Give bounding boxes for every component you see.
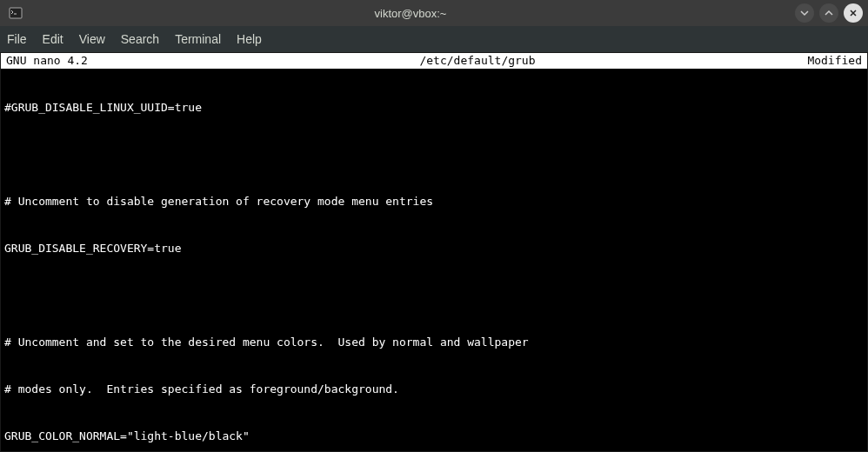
window-title: viktor@vbox:~	[26, 7, 795, 20]
file-content: #GRUB_DISABLE_LINUX_UUID=true # Uncommen…	[1, 69, 867, 452]
menu-terminal[interactable]: Terminal	[175, 32, 221, 46]
window-titlebar: viktor@vbox:~	[0, 0, 868, 26]
file-line	[4, 288, 864, 303]
menu-edit[interactable]: Edit	[43, 32, 63, 46]
nano-status: Modified	[775, 53, 862, 69]
menu-search[interactable]: Search	[121, 32, 159, 46]
terminal-output[interactable]: GNU nano 4.2 /etc/default/grub Modified …	[0, 52, 868, 452]
file-line	[4, 147, 864, 163]
close-button[interactable]	[844, 3, 863, 23]
file-line: # modes only. Entries specified as foreg…	[4, 382, 864, 397]
menu-view[interactable]: View	[79, 32, 105, 46]
menu-file[interactable]: File	[7, 32, 27, 46]
file-line: GRUB_DISABLE_RECOVERY=true	[4, 241, 864, 256]
nano-file-path: /etc/default/grub	[180, 53, 775, 69]
nano-app-name: GNU nano 4.2	[6, 53, 180, 69]
terminal-icon	[5, 6, 26, 20]
file-line: # Uncomment to disable generation of rec…	[4, 194, 864, 209]
file-line: #GRUB_DISABLE_LINUX_UUID=true	[4, 100, 864, 116]
file-line: # Uncomment and set to the desired menu …	[4, 335, 864, 350]
maximize-button[interactable]	[819, 3, 838, 23]
menu-help[interactable]: Help	[237, 32, 262, 46]
svg-rect-0	[10, 8, 22, 18]
minimize-button[interactable]	[795, 3, 814, 23]
menubar: File Edit View Search Terminal Help	[0, 26, 868, 52]
nano-header: GNU nano 4.2 /etc/default/grub Modified	[1, 53, 867, 69]
file-line: GRUB_COLOR_NORMAL="light-blue/black"	[4, 429, 864, 444]
